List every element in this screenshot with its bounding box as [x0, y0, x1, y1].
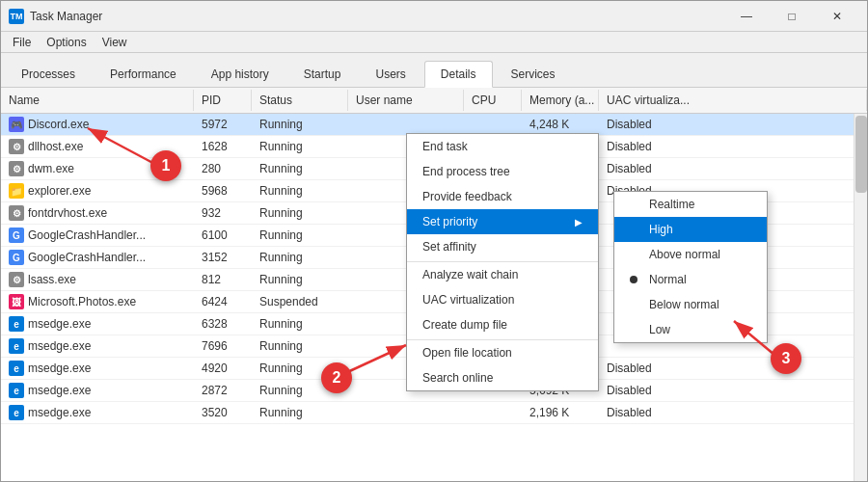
table-row[interactable]: G GoogleCrashHandler... 3152 Running	[1, 247, 867, 269]
process-icon: 🎮	[9, 117, 24, 132]
process-icon: ⚙	[9, 205, 24, 221]
cell-memory: 17,692 K	[522, 358, 599, 379]
table-row[interactable]: e msedge.exe 3520 Running 2,196 K Disabl…	[1, 402, 867, 424]
process-icon: e	[9, 405, 24, 420]
close-button[interactable]: ✕	[815, 1, 859, 32]
app-icon: TM	[9, 9, 24, 24]
process-icon: ⚙	[9, 161, 24, 176]
tab-details[interactable]: Details	[424, 61, 493, 88]
table-row[interactable]: e msedge.exe 4920 Running 17,692 K Disab…	[1, 358, 867, 380]
cell-uac	[599, 335, 867, 357]
process-icon: e	[9, 338, 24, 354]
cell-user	[348, 269, 464, 290]
cell-name: ⚙ dllhost.exe	[1, 136, 194, 157]
cell-pid: 6328	[194, 313, 252, 335]
table-row[interactable]: e msedge.exe 7696 Running	[1, 335, 867, 358]
cell-uac	[599, 202, 867, 224]
table-row[interactable]: ⚙ lsass.exe 812 Running	[1, 269, 867, 291]
cell-cpu	[464, 335, 522, 357]
col-header-pid[interactable]: PID	[194, 90, 252, 111]
process-icon: 🖼	[9, 294, 24, 309]
cell-cpu	[464, 136, 522, 157]
tab-startup[interactable]: Startup	[287, 61, 358, 87]
tab-performance[interactable]: Performance	[94, 61, 193, 87]
tab-processes[interactable]: Processes	[5, 61, 92, 87]
cell-user	[348, 291, 464, 312]
menu-options[interactable]: Options	[39, 32, 94, 52]
process-icon: ⚙	[9, 272, 24, 287]
col-header-memory[interactable]: Memory (a...	[522, 90, 599, 111]
cell-uac	[599, 225, 867, 246]
menu-file[interactable]: File	[5, 32, 39, 52]
cell-cpu	[464, 202, 522, 224]
col-header-name[interactable]: Name	[1, 90, 194, 111]
table-row[interactable]: e msedge.exe 2872 Running 5,692 K Disabl…	[1, 380, 867, 402]
cell-status: Running	[252, 114, 348, 135]
cell-status: Running	[252, 358, 348, 379]
cell-user	[348, 158, 464, 179]
cell-pid: 932	[194, 202, 252, 224]
menu-bar: File Options View	[1, 32, 867, 53]
col-header-user[interactable]: User name	[348, 90, 464, 111]
cell-name: ⚙ dwm.exe	[1, 158, 194, 179]
cell-memory	[522, 313, 599, 335]
cell-name: e msedge.exe	[1, 358, 194, 379]
cell-memory	[522, 291, 599, 312]
cell-pid: 3520	[194, 402, 252, 423]
process-icon: G	[9, 228, 24, 243]
cell-uac: Disabled	[599, 180, 867, 201]
tab-app-history[interactable]: App history	[195, 61, 285, 87]
minimize-button[interactable]: —	[724, 1, 769, 32]
cell-cpu	[464, 269, 522, 290]
cell-memory	[522, 202, 599, 224]
table-row[interactable]: 📁 explorer.exe 5968 Running 23,800 K Dis…	[1, 180, 867, 202]
cell-uac: Disabled	[599, 136, 867, 157]
table-row[interactable]: ⚙ fontdrvhost.exe 932 Running	[1, 202, 867, 225]
maximize-button[interactable]: □	[770, 1, 814, 32]
cell-cpu	[464, 114, 522, 135]
cell-user	[348, 335, 464, 357]
cell-name: e msedge.exe	[1, 335, 194, 357]
cell-cpu	[464, 402, 522, 423]
process-icon: 📁	[9, 183, 24, 199]
table-row[interactable]: e msedge.exe 6328 Running	[1, 313, 867, 335]
menu-view[interactable]: View	[95, 32, 135, 52]
tab-users[interactable]: Users	[359, 61, 421, 87]
table-row[interactable]: G GoogleCrashHandler... 6100 Running	[1, 225, 867, 247]
col-header-cpu[interactable]: CPU	[464, 90, 522, 111]
cell-user	[348, 247, 464, 268]
table-row[interactable]: ⚙ dllhost.exe 1628 Running 1,384 K Disab…	[1, 136, 867, 158]
cell-pid: 5972	[194, 114, 252, 135]
cell-memory	[522, 269, 599, 290]
tab-services[interactable]: Services	[495, 61, 572, 87]
process-icon: G	[9, 250, 24, 265]
cell-name: G GoogleCrashHandler...	[1, 247, 194, 268]
cell-cpu	[464, 380, 522, 401]
scrollbar[interactable]	[854, 114, 867, 481]
cell-uac	[599, 291, 867, 312]
col-header-status[interactable]: Status	[252, 90, 348, 111]
cell-user	[348, 136, 464, 157]
table-row[interactable]: ⚙ dwm.exe 280 Running 28,808 K Disabled	[1, 158, 867, 180]
cell-memory	[522, 247, 599, 268]
title-bar: TM Task Manager — □ ✕	[1, 1, 867, 32]
col-header-uac[interactable]: UAC virtualiza...	[599, 90, 867, 111]
cell-memory: 5,692 K	[522, 380, 599, 401]
cell-cpu	[464, 247, 522, 268]
cell-uac: Disabled	[599, 358, 867, 379]
cell-memory: 1,384 K	[522, 136, 599, 157]
cell-uac: Disabled	[599, 402, 867, 423]
table-row[interactable]: 🎮 Discord.exe 5972 Running 4,248 K Disab…	[1, 114, 867, 136]
process-icon: e	[9, 316, 24, 332]
table-row[interactable]: 🖼 Microsoft.Photos.exe 6424 Suspended	[1, 291, 867, 313]
table-header: Name PID Status User name CPU Memory (a.…	[1, 88, 867, 114]
cell-pid: 5968	[194, 180, 252, 201]
cell-uac	[599, 269, 867, 290]
cell-name: e msedge.exe	[1, 313, 194, 335]
cell-user	[348, 402, 464, 423]
cell-cpu	[464, 180, 522, 201]
cell-name: G GoogleCrashHandler...	[1, 225, 194, 246]
cell-name: ⚙ lsass.exe	[1, 269, 194, 290]
cell-memory: 28,808 K	[522, 158, 599, 179]
cell-cpu	[464, 291, 522, 312]
